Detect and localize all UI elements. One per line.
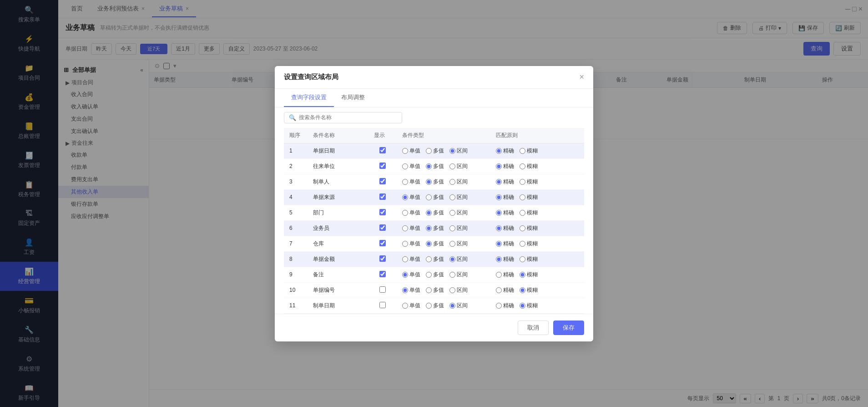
type-single-radio[interactable]	[402, 148, 408, 154]
show-checkbox[interactable]	[379, 163, 386, 169]
type-single-radio[interactable]	[402, 179, 408, 185]
modal-save-button[interactable]: 保存	[553, 321, 584, 335]
type-multi-radio[interactable]	[426, 225, 432, 231]
type-multi-label[interactable]: 多值	[426, 286, 444, 294]
type-range-radio[interactable]	[449, 256, 455, 262]
modal-tab-query[interactable]: 查询字段设置	[284, 89, 334, 107]
type-range-radio[interactable]	[449, 163, 455, 169]
type-single-label[interactable]: 单值	[402, 240, 420, 248]
type-range-label[interactable]: 区间	[449, 193, 468, 201]
type-multi-label[interactable]: 多值	[426, 240, 444, 248]
show-checkbox[interactable]	[379, 224, 386, 231]
match-exact-label[interactable]: 精确	[496, 255, 514, 263]
match-fuzzy-label[interactable]: 模糊	[520, 193, 538, 201]
type-multi-radio[interactable]	[426, 194, 432, 200]
type-single-radio[interactable]	[402, 303, 408, 309]
match-fuzzy-label[interactable]: 模糊	[520, 302, 538, 310]
type-range-radio[interactable]	[449, 272, 455, 278]
match-exact-label[interactable]: 精确	[496, 209, 514, 217]
type-single-label[interactable]: 单值	[402, 302, 420, 310]
match-fuzzy-label[interactable]: 模糊	[520, 178, 538, 186]
match-exact-label[interactable]: 精确	[496, 163, 514, 170]
type-single-label[interactable]: 单值	[402, 209, 420, 217]
match-fuzzy-radio[interactable]	[520, 287, 525, 293]
cancel-button[interactable]: 取消	[518, 321, 549, 335]
type-multi-radio[interactable]	[426, 287, 432, 293]
type-multi-label[interactable]: 多值	[426, 224, 444, 232]
match-fuzzy-label[interactable]: 模糊	[520, 255, 538, 263]
match-exact-label[interactable]: 精确	[496, 271, 514, 279]
type-range-label[interactable]: 区间	[449, 302, 468, 310]
match-exact-radio[interactable]	[496, 194, 502, 200]
match-exact-radio[interactable]	[496, 241, 502, 247]
type-range-label[interactable]: 区间	[449, 178, 468, 186]
type-single-radio[interactable]	[402, 272, 408, 278]
type-range-label[interactable]: 区间	[449, 163, 468, 170]
type-range-radio[interactable]	[449, 210, 455, 216]
match-exact-label[interactable]: 精确	[496, 224, 514, 232]
match-fuzzy-label[interactable]: 模糊	[520, 224, 538, 232]
type-single-label[interactable]: 单值	[402, 286, 420, 294]
match-exact-radio[interactable]	[496, 256, 502, 262]
match-exact-label[interactable]: 精确	[496, 302, 514, 310]
match-fuzzy-radio[interactable]	[520, 256, 525, 262]
show-checkbox[interactable]	[379, 240, 386, 246]
type-multi-label[interactable]: 多值	[426, 147, 444, 155]
type-single-label[interactable]: 单值	[402, 193, 420, 201]
match-fuzzy-radio[interactable]	[520, 210, 525, 216]
match-exact-label[interactable]: 精确	[496, 193, 514, 201]
match-fuzzy-label[interactable]: 模糊	[520, 271, 538, 279]
match-exact-radio[interactable]	[496, 287, 502, 293]
match-exact-label[interactable]: 精确	[496, 147, 514, 155]
show-checkbox[interactable]	[379, 286, 386, 293]
type-single-label[interactable]: 单值	[402, 163, 420, 170]
type-multi-label[interactable]: 多值	[426, 255, 444, 263]
match-exact-radio[interactable]	[496, 272, 502, 278]
type-range-radio[interactable]	[449, 303, 455, 309]
type-single-radio[interactable]	[402, 256, 408, 262]
type-single-label[interactable]: 单值	[402, 224, 420, 232]
type-range-label[interactable]: 区间	[449, 147, 468, 155]
show-checkbox[interactable]	[379, 193, 386, 200]
type-range-label[interactable]: 区间	[449, 255, 468, 263]
modal-search-input[interactable]	[299, 114, 390, 121]
type-single-radio[interactable]	[402, 225, 408, 231]
type-single-label[interactable]: 单值	[402, 147, 420, 155]
match-fuzzy-radio[interactable]	[520, 179, 525, 185]
type-single-radio[interactable]	[402, 241, 408, 247]
match-exact-radio[interactable]	[496, 163, 502, 169]
type-range-radio[interactable]	[449, 194, 455, 200]
type-single-label[interactable]: 单值	[402, 255, 420, 263]
type-single-radio[interactable]	[402, 210, 408, 216]
modal-close-btn[interactable]: ×	[579, 72, 584, 82]
show-checkbox[interactable]	[379, 209, 386, 215]
match-fuzzy-label[interactable]: 模糊	[520, 240, 538, 248]
match-exact-radio[interactable]	[496, 148, 502, 154]
type-multi-radio[interactable]	[426, 210, 432, 216]
type-range-radio[interactable]	[449, 287, 455, 293]
type-multi-radio[interactable]	[426, 272, 432, 278]
match-fuzzy-label[interactable]: 模糊	[520, 147, 538, 155]
match-fuzzy-radio[interactable]	[520, 163, 525, 169]
type-single-label[interactable]: 单值	[402, 178, 420, 186]
type-multi-label[interactable]: 多值	[426, 302, 444, 310]
match-exact-radio[interactable]	[496, 303, 502, 309]
type-multi-label[interactable]: 多值	[426, 178, 444, 186]
match-exact-radio[interactable]	[496, 225, 502, 231]
match-fuzzy-radio[interactable]	[520, 272, 525, 278]
match-fuzzy-radio[interactable]	[520, 194, 525, 200]
match-fuzzy-label[interactable]: 模糊	[520, 286, 538, 294]
show-checkbox[interactable]	[379, 255, 386, 262]
type-multi-label[interactable]: 多值	[426, 163, 444, 170]
type-range-label[interactable]: 区间	[449, 286, 468, 294]
match-fuzzy-radio[interactable]	[520, 225, 525, 231]
type-multi-radio[interactable]	[426, 303, 432, 309]
match-exact-label[interactable]: 精确	[496, 240, 514, 248]
type-range-label[interactable]: 区间	[449, 271, 468, 279]
type-range-radio[interactable]	[449, 225, 455, 231]
type-range-radio[interactable]	[449, 241, 455, 247]
type-multi-radio[interactable]	[426, 163, 432, 169]
match-exact-radio[interactable]	[496, 210, 502, 216]
modal-tab-layout[interactable]: 布局调整	[334, 89, 372, 107]
type-multi-label[interactable]: 多值	[426, 271, 444, 279]
